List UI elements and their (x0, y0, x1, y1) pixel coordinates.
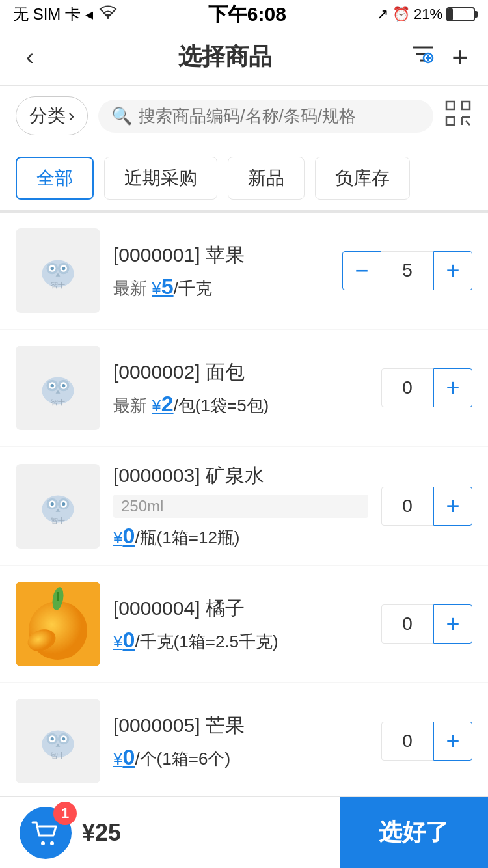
qty-input[interactable] (381, 368, 433, 407)
svg-point-66 (50, 841, 54, 845)
product-info-0000002: [0000002] 面包 最新 ¥2/包(1袋=5包) (113, 359, 368, 417)
filter-icon[interactable] (410, 42, 436, 72)
cart-badge: 1 (53, 802, 77, 825)
product-price: ¥0/个(1箱=6个) (113, 744, 368, 770)
product-info-0000004: [0000004] 橘子 ¥0/千克(1箱=2.5千克) (113, 595, 368, 653)
qty-plus-button[interactable]: + (433, 487, 472, 526)
product-price: ¥0/千克(1箱=2.5千克) (113, 627, 368, 653)
owl-icon: 智十 (35, 248, 81, 293)
cart-icon (31, 820, 60, 846)
product-image-0000005: 智十 (16, 699, 100, 783)
nav-bar: ‹ 选择商品 + (0, 29, 488, 86)
qty-input[interactable] (381, 251, 433, 290)
owl-icon: 智十 (35, 483, 81, 529)
tab-negative[interactable]: 负库存 (315, 157, 410, 200)
cart-section: 1 ¥25 (0, 807, 340, 859)
product-image-0000001: 智十 (16, 228, 100, 313)
orange-image (16, 582, 100, 666)
svg-point-27 (51, 384, 54, 387)
product-name: [0000003] 矿泉水 (113, 463, 368, 489)
category-chevron: › (68, 105, 74, 126)
svg-text:智十: 智十 (51, 398, 65, 406)
tab-all[interactable]: 全部 (16, 157, 94, 200)
product-info-0000003: [0000003] 矿泉水 250ml ¥0/瓶(1箱=12瓶) (113, 463, 368, 549)
status-left: 无 SIM 卡 ◂ (13, 4, 118, 25)
owl-placeholder: 智十 (16, 228, 100, 313)
cart-total: ¥25 (82, 819, 121, 847)
battery-icon (446, 7, 475, 21)
search-input-wrap: 🔍 (98, 100, 433, 133)
product-list: 智十 [0000001] 苹果 最新 ¥5/千克 − + (0, 213, 488, 868)
qty-control-0000005: + (381, 722, 472, 761)
product-item: 智十 [0000002] 面包 最新 ¥2/包(1袋=5包) + (0, 330, 488, 446)
product-spec: 250ml (113, 495, 368, 518)
svg-point-19 (62, 267, 65, 270)
category-button[interactable]: 分类 › (16, 96, 88, 135)
svg-point-36 (51, 502, 54, 505)
svg-point-18 (51, 267, 54, 270)
nav-actions: + (410, 41, 468, 74)
qty-plus-button[interactable]: + (433, 604, 472, 644)
svg-point-37 (62, 502, 65, 505)
svg-text:智十: 智十 (51, 752, 65, 759)
scan-icon[interactable] (444, 99, 472, 133)
svg-rect-9 (446, 117, 454, 125)
status-bar: 无 SIM 卡 ◂ 下午6:08 ↗ ⏰ 21% (0, 0, 488, 29)
battery-percent: 21% (414, 6, 442, 23)
svg-point-51 (51, 737, 54, 740)
product-name: [0000002] 面包 (113, 359, 368, 386)
product-item: 智十 [0000003] 矿泉水 250ml ¥0/瓶(1箱=12瓶) + (0, 447, 488, 565)
product-item: 智十 [0000005] 芒果 ¥0/个(1箱=6个) + (0, 683, 488, 799)
svg-text:智十: 智十 (51, 281, 65, 289)
qty-minus-button[interactable]: − (342, 251, 381, 290)
qty-input[interactable] (381, 722, 433, 761)
owl-placeholder: 智十 (16, 464, 100, 549)
owl-icon: 智十 (35, 365, 81, 411)
add-icon[interactable]: + (452, 41, 468, 74)
status-right: ↗ ⏰ 21% (377, 6, 475, 23)
qty-input[interactable] (381, 487, 433, 526)
svg-rect-8 (462, 102, 470, 109)
product-image-0000002: 智十 (16, 346, 100, 430)
cart-button[interactable]: 1 (20, 807, 72, 859)
qty-control-0000003: + (381, 487, 472, 526)
svg-line-12 (466, 121, 470, 125)
search-icon: 🔍 (111, 106, 132, 126)
svg-text:智十: 智十 (51, 517, 65, 524)
product-image-0000004 (16, 582, 100, 666)
qty-plus-button[interactable]: + (433, 722, 472, 761)
product-item: 智十 [0000001] 苹果 最新 ¥5/千克 − + (0, 213, 488, 329)
qty-plus-button[interactable]: + (433, 368, 472, 407)
product-name: [0000004] 橘子 (113, 595, 368, 622)
product-info-0000001: [0000001] 苹果 最新 ¥5/千克 (113, 242, 329, 300)
svg-point-52 (62, 737, 65, 740)
search-bar: 分类 › 🔍 (0, 86, 488, 146)
page-title: 选择商品 (178, 41, 272, 73)
product-item: [0000004] 橘子 ¥0/千克(1箱=2.5千克) + (0, 566, 488, 682)
product-name: [0000001] 苹果 (113, 242, 329, 269)
tab-bar: 全部 近期采购 新品 负库存 (0, 146, 488, 213)
sim-label: 无 SIM 卡 ◂ (13, 4, 93, 25)
search-input[interactable] (139, 106, 420, 126)
location-icon: ↗ (377, 6, 388, 23)
qty-control-0000002: + (381, 368, 472, 407)
qty-control-0000001: − + (342, 251, 472, 290)
product-name: [0000005] 芒果 (113, 712, 368, 739)
tab-new[interactable]: 新品 (228, 157, 305, 200)
product-price: 最新 ¥5/千克 (113, 274, 329, 300)
product-price: 最新 ¥2/包(1袋=5包) (113, 391, 368, 417)
tab-recent[interactable]: 近期采购 (104, 157, 217, 200)
owl-icon: 智十 (35, 718, 81, 764)
back-button[interactable]: ‹ (20, 37, 40, 77)
alarm-icon: ⏰ (392, 6, 410, 23)
product-info-0000005: [0000005] 芒果 ¥0/个(1箱=6个) (113, 712, 368, 770)
wifi-icon (98, 5, 118, 23)
qty-input[interactable] (381, 604, 433, 644)
qty-plus-button[interactable]: + (433, 251, 472, 290)
svg-point-65 (41, 841, 45, 845)
svg-rect-7 (446, 102, 454, 109)
confirm-button[interactable]: 选好了 (340, 797, 488, 869)
bottom-bar: 1 ¥25 选好了 (0, 796, 488, 868)
owl-placeholder: 智十 (16, 699, 100, 783)
svg-point-28 (62, 384, 65, 387)
